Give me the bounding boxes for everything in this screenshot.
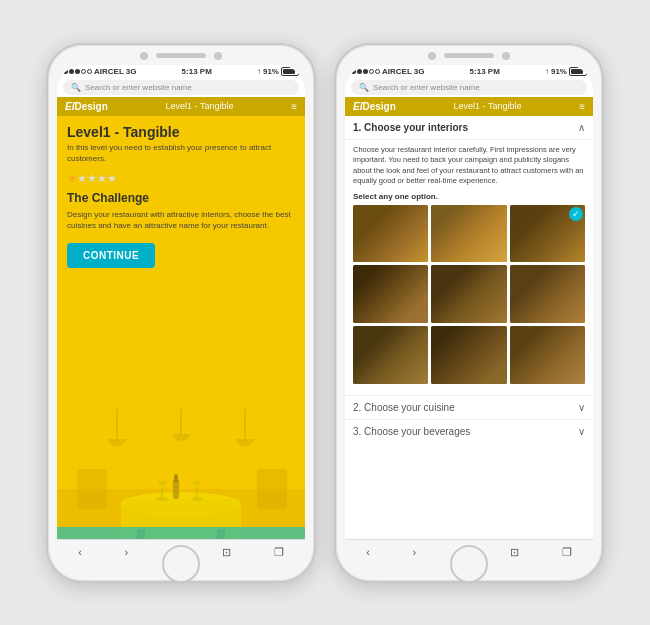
phone-1-status-bar: AIRCEL 3G 5:13 PM ↑ 91% [57,65,305,78]
section-1-text: Choose your restaurant interior carefull… [353,145,585,187]
dot2-3 [363,69,368,74]
address-placeholder-2: Search or enter website name [373,83,480,92]
section-2-label: 2. Choose your cuisine [353,402,455,413]
time-label-2: 5:13 PM [470,67,500,76]
interior-img-9[interactable] [510,326,585,384]
phone-2-camera-2 [502,52,510,60]
interior-img-3[interactable] [510,205,585,263]
address-bar-2[interactable]: 🔍 Search or enter website name [351,80,587,95]
address-placeholder: Search or enter website name [85,83,192,92]
app-logo-1: EIDesign [65,101,108,112]
phone-2-top-bar [336,52,602,60]
star-5: ★ [107,172,117,184]
level-title: Level1 - Tangible [57,116,305,142]
section-1-header[interactable]: 1. Choose your interiors ∧ [345,116,593,140]
status-left-2: AIRCEL 3G [351,67,424,76]
dot-5 [87,69,92,74]
back-btn-2[interactable]: ‹ [360,544,376,560]
bookmark-btn-2[interactable]: ⊡ [504,544,525,561]
section-3-header[interactable]: 3. Choose your beverages ∨ [345,419,593,443]
dot-4 [81,69,86,74]
phone-1-camera-2 [214,52,222,60]
star-3: ★ [87,172,97,184]
app-title-1: Level1 - Tangible [166,101,234,111]
img-inner-7 [353,326,428,384]
phone-1-speaker [156,53,206,58]
battery-fill [283,69,295,74]
interior-img-1[interactable] [353,205,428,263]
img-inner-9 [510,326,585,384]
interior-img-5[interactable] [431,265,506,323]
forward-btn-2[interactable]: › [406,544,422,560]
section-1-body: Choose your restaurant interior carefull… [345,140,593,396]
interior-img-6[interactable] [510,265,585,323]
img-inner-6 [510,265,585,323]
interior-img-8[interactable] [431,326,506,384]
app-header-2: EIDesign Level1 - Tangible ≡ [345,97,593,116]
img-inner-1 [353,205,428,263]
carrier-label-2: AIRCEL [382,67,412,76]
svg-rect-14 [77,469,107,509]
network-label-2: 3G [414,67,425,76]
app-logo-2: EIDesign [353,101,396,112]
dot-1 [63,69,68,74]
forward-btn-1[interactable]: › [118,544,134,560]
star-rating: ★★★★★ [57,170,305,189]
img-inner-4 [353,265,428,323]
tabs-btn-2[interactable]: ❐ [556,544,578,561]
hamburger-icon-2[interactable]: ≡ [579,101,585,112]
phone-2-speaker [444,53,494,58]
dot-2 [69,69,74,74]
dot2-4 [369,69,374,74]
interior-img-7[interactable] [353,326,428,384]
back-btn-1[interactable]: ‹ [72,544,88,560]
signal-bars-2 [351,69,380,74]
arrow-icon: ↑ [257,67,261,76]
interior-img-2[interactable] [431,205,506,263]
phone-2-camera [428,52,436,60]
arrow-icon-2: ↑ [545,67,549,76]
app-header-1: EIDesign Level1 - Tangible ≡ [57,97,305,116]
section-2-header[interactable]: 2. Choose your cuisine ∨ [345,395,593,419]
section-1-label: 1. Choose your interiors [353,122,468,133]
img-inner-8 [431,326,506,384]
section-1-chevron: ∧ [578,122,585,133]
phone-2-home-button[interactable] [450,545,488,583]
dot2-1 [351,69,356,74]
dot-3 [75,69,80,74]
address-bar-1[interactable]: 🔍 Search or enter website name [63,80,299,95]
interior-img-4[interactable] [353,265,428,323]
image-grid [353,205,585,385]
search-icon-2: 🔍 [359,83,369,92]
battery-icon-2 [569,67,587,76]
phone-1: AIRCEL 3G 5:13 PM ↑ 91% 🔍 Search or ente… [46,43,316,583]
phone-1-screen: AIRCEL 3G 5:13 PM ↑ 91% 🔍 Search or ente… [57,65,305,565]
battery-icon [281,67,299,76]
phone-1-camera [140,52,148,60]
hamburger-icon-1[interactable]: ≡ [291,101,297,112]
star-2: ★ [77,172,87,184]
svg-rect-16 [57,527,305,539]
content-overlay: Level1 - Tangible In this level you need… [57,116,305,277]
status-right-2: ↑ 91% [545,67,587,76]
bookmark-btn-1[interactable]: ⊡ [216,544,237,561]
continue-button[interactable]: CONTINUE [67,243,155,268]
section-3-chevron: ∨ [578,426,585,437]
challenge-desc: Design your restaurant with attractive i… [57,207,305,239]
status-left: AIRCEL 3G [63,67,136,76]
restaurant-svg [57,409,305,539]
tabs-btn-1[interactable]: ❐ [268,544,290,561]
phone-2-screen: AIRCEL 3G 5:13 PM ↑ 91% 🔍 Search or ente… [345,65,593,565]
img-inner-3 [510,205,585,263]
network-label: 3G [126,67,137,76]
phone-1-top-bar [48,52,314,60]
section-3-label: 3. Choose your beverages [353,426,470,437]
img-inner-2 [431,205,506,263]
level-desc: In this level you need to establish your… [57,142,305,170]
battery-pct-2: 91% [551,67,567,76]
select-label: Select any one option. [353,192,585,201]
phone-1-home-button[interactable] [162,545,200,583]
svg-rect-15 [257,469,287,509]
battery-fill-2 [571,69,583,74]
app-title-2: Level1 - Tangible [454,101,522,111]
